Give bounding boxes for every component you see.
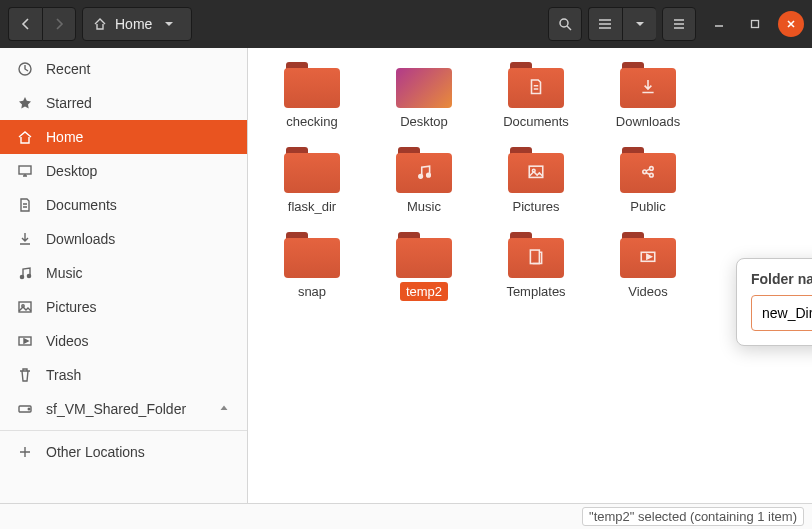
sidebar-item-label: Desktop	[46, 163, 97, 179]
sidebar-item-desktop[interactable]: Desktop	[0, 154, 247, 188]
picture-icon	[16, 299, 34, 315]
rename-label: Folder name	[751, 271, 812, 287]
eject-icon[interactable]	[217, 402, 231, 416]
main-area: RecentStarredHomeDesktopDocumentsDownloa…	[0, 48, 812, 503]
sidebar-other-locations[interactable]: Other Locations	[0, 435, 247, 469]
folder-downloads[interactable]: Downloads	[596, 58, 700, 135]
svg-point-13	[28, 408, 30, 410]
sidebar-item-music[interactable]: Music	[0, 256, 247, 290]
folder-label: checking	[280, 112, 343, 131]
folder-checking[interactable]: checking	[260, 58, 364, 135]
folder-videos[interactable]: Videos	[596, 228, 700, 305]
folder-snap[interactable]: snap	[260, 228, 364, 305]
minimize-button[interactable]	[706, 11, 732, 37]
doc-icon	[16, 197, 34, 213]
folder-label: Templates	[500, 282, 571, 301]
folder-icon	[396, 147, 452, 193]
folder-label: temp2	[400, 282, 448, 301]
folder-icon	[284, 147, 340, 193]
view-options-button[interactable]	[622, 7, 656, 41]
music-icon	[415, 163, 433, 181]
svg-point-8	[27, 274, 30, 277]
folder-icon	[620, 232, 676, 278]
sidebar-item-label: Pictures	[46, 299, 97, 315]
picture-icon	[527, 163, 545, 181]
sidebar-item-videos[interactable]: Videos	[0, 324, 247, 358]
folder-flask-dir[interactable]: flask_dir	[260, 143, 364, 220]
back-button[interactable]	[8, 7, 42, 41]
share-icon	[639, 163, 657, 181]
folder-templates[interactable]: Templates	[484, 228, 588, 305]
video-icon	[16, 333, 34, 349]
sidebar-item-label: Music	[46, 265, 83, 281]
folder-label: Music	[401, 197, 447, 216]
path-label: Home	[115, 16, 152, 32]
sidebar-item-pictures[interactable]: Pictures	[0, 290, 247, 324]
plus-icon	[16, 444, 34, 460]
sidebar-item-label: Documents	[46, 197, 117, 213]
rename-popover: Folder name Rename	[736, 258, 812, 346]
maximize-button[interactable]	[742, 11, 768, 37]
video-icon	[639, 248, 657, 266]
sidebar-item-documents[interactable]: Documents	[0, 188, 247, 222]
svg-point-7	[20, 275, 23, 278]
search-button[interactable]	[548, 7, 582, 41]
folder-label: Downloads	[610, 112, 686, 131]
svg-rect-9	[19, 302, 31, 312]
sidebar-item-starred[interactable]: Starred	[0, 86, 247, 120]
svg-point-3	[599, 27, 601, 29]
list-view-button[interactable]	[588, 7, 622, 41]
sidebar-separator	[0, 430, 247, 431]
sidebar: RecentStarredHomeDesktopDocumentsDownloa…	[0, 48, 248, 503]
folder-public[interactable]: Public	[596, 143, 700, 220]
nav-buttons	[8, 7, 76, 41]
sidebar-item-downloads[interactable]: Downloads	[0, 222, 247, 256]
sidebar-item-recent[interactable]: Recent	[0, 52, 247, 86]
sidebar-item-label: Trash	[46, 367, 81, 383]
forward-button[interactable]	[42, 7, 76, 41]
folder-icon	[620, 62, 676, 108]
folder-music[interactable]: Music	[372, 143, 476, 220]
svg-rect-21	[530, 250, 539, 263]
folder-icon	[284, 62, 340, 108]
folder-desktop[interactable]: Desktop	[372, 58, 476, 135]
folder-icon	[508, 147, 564, 193]
hamburger-menu-button[interactable]	[662, 7, 696, 41]
download-icon	[16, 231, 34, 247]
sidebar-item-home[interactable]: Home	[0, 120, 247, 154]
rename-input[interactable]	[751, 295, 812, 331]
content-pane[interactable]: checkingDesktopDocumentsDownloadsflask_d…	[248, 48, 812, 503]
folder-icon	[508, 232, 564, 278]
clock-icon	[16, 61, 34, 77]
titlebar: Home	[0, 0, 812, 48]
view-controls	[588, 7, 656, 41]
svg-point-1	[599, 19, 601, 21]
folder-icon	[508, 62, 564, 108]
sidebar-item-trash[interactable]: Trash	[0, 358, 247, 392]
sidebar-item-label: Home	[46, 129, 83, 145]
svg-point-18	[643, 170, 647, 174]
folder-documents[interactable]: Documents	[484, 58, 588, 135]
svg-rect-16	[529, 166, 543, 177]
folder-label: Documents	[497, 112, 575, 131]
folder-pictures[interactable]: Pictures	[484, 143, 588, 220]
path-bar[interactable]: Home	[82, 7, 192, 41]
icon-grid: checkingDesktopDocumentsDownloadsflask_d…	[248, 48, 812, 315]
path-dropdown-icon	[164, 19, 174, 29]
close-button[interactable]	[778, 11, 804, 37]
svg-point-15	[427, 173, 431, 177]
desktop-icon	[16, 163, 34, 179]
sidebar-item-sf-vm-shared-folder[interactable]: sf_VM_Shared_Folder	[0, 392, 247, 426]
trash-icon	[16, 367, 34, 383]
folder-label: snap	[292, 282, 332, 301]
svg-point-2	[599, 23, 601, 25]
svg-point-19	[650, 167, 654, 171]
sidebar-item-label: Videos	[46, 333, 89, 349]
svg-point-0	[560, 19, 568, 27]
folder-temp2[interactable]: temp2	[372, 228, 476, 305]
svg-rect-4	[752, 21, 759, 28]
sidebar-item-label: Other Locations	[46, 444, 145, 460]
folder-label: flask_dir	[282, 197, 342, 216]
folder-label: Public	[624, 197, 671, 216]
drive-icon	[16, 401, 34, 417]
